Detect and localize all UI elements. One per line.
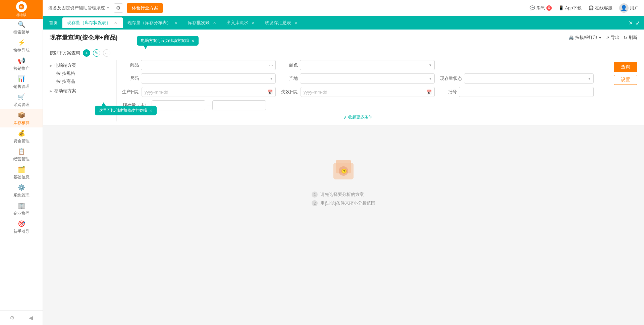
app-download-label: App下载	[565, 5, 582, 11]
finance-icon: 💰	[18, 129, 25, 137]
svg-text:😕: 😕	[341, 168, 347, 174]
tab-batch-ledger-label: 库存批次账	[188, 20, 210, 26]
settings-gear-btn[interactable]: ⚙	[114, 3, 123, 13]
sidebar-item-system[interactable]: ⚙️ 系统管理	[0, 182, 43, 200]
main-area: 装备及固定资产辅助管理系统 ▼ ⚙ 体验行业方案 💬 消息 6 📱 App下载 …	[43, 0, 644, 325]
tab-close-stock-status[interactable]: ✕	[113, 20, 118, 25]
industry-solution-btn[interactable]: 体验行业方案	[127, 3, 163, 13]
tab-batch-ledger[interactable]: 库存批次账 ✕	[183, 17, 222, 28]
online-service-btn[interactable]: 🎧 在线客服	[588, 5, 612, 11]
back-scheme-btn[interactable]: ←	[103, 49, 110, 57]
svg-text:畅: 畅	[20, 5, 22, 8]
scheme-child-by-product[interactable]: 按 按商品	[56, 77, 112, 86]
filter-row-2: 尺码 ▼ 产地	[122, 73, 594, 84]
size-select[interactable]	[141, 73, 276, 84]
sidebar-bottom: ⚙ ◀	[0, 310, 43, 325]
refresh-icon: ↻	[624, 35, 627, 40]
stock-status-select[interactable]	[464, 73, 594, 84]
filter-label: 按以下方案查询	[50, 50, 80, 56]
refresh-btn[interactable]: ↻ 刷新	[624, 35, 637, 41]
sidebar-item-label: 系统管理	[13, 193, 30, 198]
add-scheme-btn[interactable]: +	[83, 49, 90, 57]
scheme-mobile[interactable]: ▶ 移动端方案	[50, 87, 112, 95]
tab-stock-dist[interactable]: 现存量（库存分布表） ✕	[123, 17, 183, 28]
stock-qty-min-input[interactable]	[152, 100, 205, 110]
tab-close-recv-send[interactable]: ✕	[293, 20, 299, 25]
scheme-desktop[interactable]: ▶ 电脑端方案	[50, 61, 112, 69]
product-field: 商品 ···	[122, 60, 276, 70]
expiry-date-field: 失效日期 yyyy-mm-dd 📅	[281, 87, 435, 97]
sidebar-item-quick-nav[interactable]: ⚡ 快捷导航	[0, 37, 43, 55]
sales-icon: 📊	[18, 75, 25, 83]
expiry-date-input[interactable]: yyyy-mm-dd 📅	[301, 87, 435, 97]
sidebar-item-purchase[interactable]: 🛒 采购管理	[0, 91, 43, 109]
sidebar-item-sales[interactable]: 📊 销售管理	[0, 73, 43, 91]
create-tooltip-close[interactable]: ✕	[149, 108, 153, 113]
user-menu[interactable]: 👤 用户	[619, 3, 639, 13]
batch-no-field: 批号	[440, 87, 594, 97]
tab-home[interactable]: 首页	[44, 17, 62, 28]
messages-btn[interactable]: 💬 消息 6	[530, 5, 552, 11]
app-title-dropdown[interactable]: 装备及固定资产辅助管理系统 ▼	[48, 5, 110, 11]
scheme-child-by-spec[interactable]: 按 按规格	[56, 69, 112, 77]
edit-scheme-btn[interactable]: ✎	[93, 49, 100, 57]
export-label: 导出	[611, 35, 620, 41]
sidebar-item-guide[interactable]: 🎯 新手引导	[0, 218, 43, 236]
by-spec-label: 按 按规格	[56, 70, 75, 76]
sidebar-item-label: 营销推广	[13, 66, 30, 71]
collapse-row[interactable]: ∧ 收起更多条件	[122, 112, 594, 121]
sidebar-item-operations[interactable]: 📋 经营管理	[0, 146, 43, 164]
tab-close-stock-dist[interactable]: ✕	[173, 20, 178, 25]
topbar-right: 💬 消息 6 📱 App下载 🎧 在线客服 👤 用户	[530, 3, 639, 13]
query-buttons: 查询 设置	[614, 62, 637, 85]
export-btn[interactable]: ↗ 导出	[606, 35, 620, 41]
query-btn[interactable]: 查询	[614, 62, 637, 72]
sidebar-item-label: 搜索菜单	[13, 30, 30, 35]
filter-row-3: 生产日期 yyyy-mm-dd 📅 失效日期 yyyy-mm-dd 📅	[122, 87, 594, 97]
color-label: 颜色	[281, 62, 298, 68]
print-btn[interactable]: 🖨️ 按模板打印 ▼	[569, 35, 602, 41]
stock-qty-range: —	[152, 100, 594, 110]
sidebar-item-finance[interactable]: 💰 资金管理	[0, 127, 43, 146]
origin-select[interactable]	[300, 73, 435, 84]
sidebar-collapse-icon[interactable]: ◀	[29, 315, 33, 321]
tab-recv-send[interactable]: 收发存汇总表 ✕	[260, 17, 303, 28]
manufacture-date-label: 生产日期	[122, 89, 140, 95]
tab-close-inout-flow[interactable]: ✕	[250, 20, 256, 25]
app-edition: 标准版	[16, 13, 26, 17]
scheme-tooltip-close[interactable]: ✕	[191, 39, 195, 43]
sidebar-item-enterprise[interactable]: 🏢 企业协同	[0, 200, 43, 218]
stock-qty-max-input[interactable]	[212, 100, 266, 110]
manufacture-date-calendar-icon: 📅	[267, 90, 273, 95]
origin-label: 产地	[281, 75, 298, 82]
close-all-tabs-icon[interactable]: ✕	[629, 20, 633, 26]
batch-no-input[interactable]	[459, 87, 594, 97]
sidebar-item-marketing[interactable]: 📢 营销推广	[0, 55, 43, 73]
origin-select-wrap: ▼	[300, 73, 435, 84]
maximize-icon[interactable]: ⤢	[636, 20, 640, 26]
sidebar-item-label: 快捷导航	[13, 48, 30, 53]
set-btn[interactable]: 设置	[614, 75, 637, 85]
filter-section: 按以下方案查询 + ✎ ← 电脑方案可设为移动方案哦 ✕ 这里可以创建和修改方案…	[43, 45, 644, 126]
app-download-btn[interactable]: 📱 App下载	[558, 5, 582, 11]
tab-inout-flow[interactable]: 出入库流水 ✕	[222, 17, 260, 28]
sidebar-item-search-menu[interactable]: 🔍 搜索菜单	[0, 19, 43, 37]
app-title: 装备及固定资产辅助管理系统	[48, 5, 105, 11]
sidebar-settings-icon[interactable]: ⚙	[10, 315, 14, 321]
tab-close-batch-ledger[interactable]: ✕	[212, 20, 217, 25]
dropdown-arrow-icon: ▼	[106, 6, 110, 10]
color-select[interactable]	[300, 60, 435, 70]
sidebar-item-basic-info[interactable]: 🗂️ 基础信息	[0, 164, 43, 182]
pencil-icon: ✎	[95, 50, 99, 56]
product-more-icon[interactable]: ···	[269, 62, 273, 68]
product-input[interactable]	[141, 60, 276, 70]
filter-row-1: 商品 ··· 颜色	[122, 60, 594, 70]
size-field: 尺码 ▼	[122, 73, 276, 84]
page-title: 现存量查询(按仓库+商品)	[50, 34, 118, 42]
expiry-date-calendar-icon: 📅	[426, 90, 432, 95]
tab-stock-status[interactable]: 现存量（库存状况表） ✕	[62, 17, 123, 28]
sidebar-item-stock[interactable]: 📦 库存核算	[0, 109, 43, 127]
collapse-label: 收起更多条件	[348, 114, 372, 120]
manufacture-date-input[interactable]: yyyy-mm-dd 📅	[142, 87, 276, 97]
page-header: 现存量查询(按仓库+商品) 🖨️ 按模板打印 ▼ ↗ 导出 ↻ 刷新	[43, 30, 644, 45]
